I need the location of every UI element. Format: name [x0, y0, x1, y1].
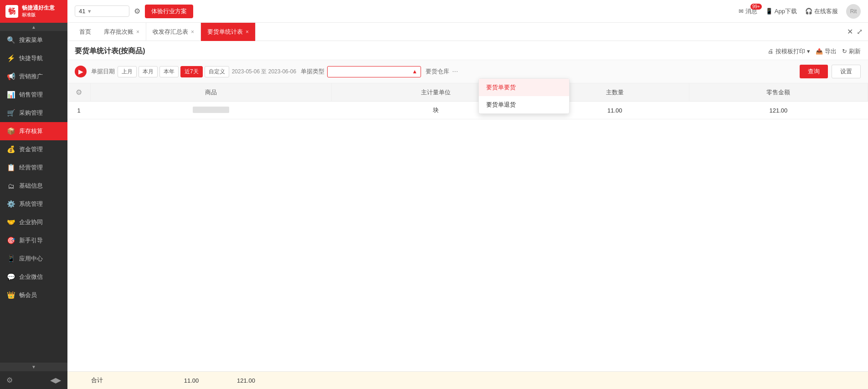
date-btn-current[interactable]: 本月	[139, 66, 158, 77]
tab-maximize-btn[interactable]: ⤢	[857, 27, 863, 36]
export-icon: 📤	[816, 48, 823, 55]
sidebar-item-operation[interactable]: 📋 经营管理	[0, 159, 67, 177]
date-btn-year[interactable]: 本年	[159, 66, 179, 77]
sales-icon: 📊	[6, 90, 15, 99]
sidebar: 畅 畅捷通好生意 标准版 ▲ 🔍 搜索菜单 ⚡ 快捷导航 📢 营销推广 📊 销售…	[0, 0, 67, 389]
app-download-label: App下载	[775, 7, 797, 15]
refresh-btn[interactable]: ↻ 刷新	[842, 47, 861, 56]
sidebar-logo: 畅 畅捷通好生意 标准版	[0, 0, 67, 23]
table-wrapper: ⚙ 商品 主计量单位 主数量 零售金额 1 块	[67, 83, 868, 371]
page-title: 要货单统计表(按商品)	[75, 46, 145, 56]
sidebar-item-label: 基础信息	[19, 182, 43, 190]
filter-expand-btn[interactable]: ▶	[75, 66, 87, 77]
sidebar-item-label: 新手引导	[19, 236, 43, 245]
sidebar-item-member[interactable]: 👑 畅会员	[0, 286, 67, 304]
settings-button[interactable]: 设置	[832, 65, 861, 78]
data-table: ⚙ 商品 主计量单位 主数量 零售金额 1 块	[67, 83, 868, 119]
logo-title: 畅捷通好生意	[22, 5, 55, 12]
warehouse-more-icon[interactable]: ···	[452, 67, 458, 76]
print-chevron-icon: ▾	[807, 48, 810, 55]
doctype-dropdown: 要货单要货 要货单退货	[478, 78, 570, 114]
gear-icon[interactable]: ⚙	[134, 7, 140, 15]
footer-total-qty: 11.00	[164, 377, 219, 384]
app-download-btn[interactable]: 📱 App下载	[765, 7, 797, 15]
tab-close-all-btn[interactable]: ✕	[847, 27, 853, 36]
footer-settings-icon[interactable]: ⚙	[6, 376, 13, 384]
cooperation-icon: 🤝	[6, 218, 15, 227]
tab-order-stat-label: 要货单统计表	[207, 28, 243, 36]
sidebar-item-sales[interactable]: 📊 销售管理	[0, 86, 67, 104]
date-btn-up[interactable]: 上月	[118, 66, 137, 77]
trial-button[interactable]: 体验行业方案	[145, 5, 193, 18]
top-bar-right: ✉ 消息 99+ 📱 App下载 🎧 在线客服 Rit	[739, 4, 861, 19]
message-icon: ✉	[739, 8, 744, 15]
tab-batch[interactable]: 库存批次账 ×	[98, 23, 146, 41]
tabs-right: ✕ ⤢	[847, 27, 863, 36]
page-header-actions: 🖨 按模板打印 ▾ 📤 导出 ↻ 刷新	[768, 47, 861, 56]
th-product: 商品	[90, 83, 332, 102]
dropdown-item-return[interactable]: 要货单退货	[479, 96, 569, 113]
refresh-label: 刷新	[849, 47, 861, 56]
table-row: 1 块 11.00 121.00	[67, 102, 868, 119]
sidebar-item-wechat[interactable]: 💬 企业微信	[0, 268, 67, 286]
messages-btn[interactable]: ✉ 消息 99+	[739, 7, 757, 15]
tab-home[interactable]: 首页	[73, 28, 98, 36]
page-area: 要货单统计表(按商品) 🖨 按模板打印 ▾ 📤 导出 ↻ 刷新 ▶	[67, 41, 868, 389]
tab-summary[interactable]: 收发存汇总表 ×	[146, 23, 201, 41]
finance-icon: 💰	[6, 145, 15, 154]
org-selector[interactable]: 41 ▾	[75, 5, 129, 17]
wechat-icon: 💬	[6, 272, 15, 282]
doctype-chevron-icon[interactable]: ▲	[412, 68, 417, 75]
sidebar-item-finance[interactable]: 💰 资金管理	[0, 140, 67, 159]
operation-icon: 📋	[6, 163, 15, 172]
tab-summary-close[interactable]: ×	[191, 29, 194, 35]
print-template-btn[interactable]: 🖨 按模板打印 ▾	[768, 47, 810, 56]
online-service-btn[interactable]: 🎧 在线客服	[805, 7, 838, 15]
sidebar-item-label: 快捷导航	[19, 54, 43, 62]
table-footer: 合计 11.00 121.00	[67, 371, 868, 389]
sidebar-item-system[interactable]: ⚙️ 系统管理	[0, 195, 67, 213]
doctype-label: 单据类型	[301, 67, 324, 76]
cell-product	[90, 102, 332, 119]
sidebar-item-label: 系统管理	[19, 200, 43, 208]
date-btn-7days[interactable]: 近7天	[180, 66, 203, 77]
sidebar-item-label: 库存核算	[19, 127, 43, 135]
sidebar-item-marketing[interactable]: 📢 营销推广	[0, 67, 67, 86]
guide-icon: 🎯	[6, 236, 15, 245]
table-settings-icon[interactable]: ⚙	[76, 88, 82, 96]
tab-batch-close[interactable]: ×	[136, 29, 139, 35]
sidebar-item-shortcut[interactable]: ⚡ 快捷导航	[0, 49, 67, 67]
tab-order-stat-close[interactable]: ×	[246, 29, 249, 35]
sidebar-item-cooperation[interactable]: 🤝 企业协同	[0, 213, 67, 231]
sidebar-item-label: 企业协同	[19, 218, 43, 226]
sidebar-item-apps[interactable]: 📱 应用中心	[0, 250, 67, 268]
filter-date-buttons: 上月 本月 本年 近7天 自定义	[118, 66, 229, 77]
sidebar-item-purchase[interactable]: 🛒 采购管理	[0, 104, 67, 122]
sidebar-item-label: 畅会员	[19, 291, 37, 299]
sidebar-scroll-down[interactable]: ▼	[0, 363, 67, 371]
date-label: 单据日期	[91, 67, 115, 76]
warehouse-label: 要货仓库	[426, 67, 449, 76]
inventory-icon: 📦	[6, 127, 15, 136]
doctype-input[interactable]	[327, 66, 421, 77]
export-btn[interactable]: 📤 导出	[816, 47, 837, 56]
dropdown-item-order[interactable]: 要货单要货	[479, 79, 569, 96]
sidebar-item-guide[interactable]: 🎯 新手引导	[0, 231, 67, 250]
query-button[interactable]: 查询	[800, 65, 828, 78]
avatar[interactable]: Rit	[846, 4, 861, 19]
th-settings[interactable]: ⚙	[67, 83, 90, 102]
download-icon: 📱	[765, 8, 773, 15]
sidebar-item-label: 企业微信	[19, 273, 43, 281]
sidebar-menu: 🔍 搜索菜单 ⚡ 快捷导航 📢 营销推广 📊 销售管理 🛒 采购管理 📦 库存核…	[0, 31, 67, 363]
sidebar-scroll-up[interactable]: ▲	[0, 23, 67, 31]
sidebar-item-basic[interactable]: 🗂 基础信息	[0, 177, 67, 195]
member-icon: 👑	[6, 291, 15, 300]
sidebar-item-inventory[interactable]: 📦 库存核算	[0, 122, 67, 140]
tab-order-stat[interactable]: 要货单统计表 ×	[201, 23, 256, 41]
tab-batch-label: 库存批次账	[104, 28, 134, 36]
sidebar-item-search[interactable]: 🔍 搜索菜单	[0, 31, 67, 49]
tabs-bar: 首页 库存批次账 × 收发存汇总表 × 要货单统计表 × ✕ ⤢	[67, 23, 868, 41]
chevron-down-icon: ▾	[88, 8, 91, 15]
footer-collapse-icon[interactable]: ◀▶	[50, 376, 61, 384]
date-btn-custom[interactable]: 自定义	[205, 66, 229, 77]
